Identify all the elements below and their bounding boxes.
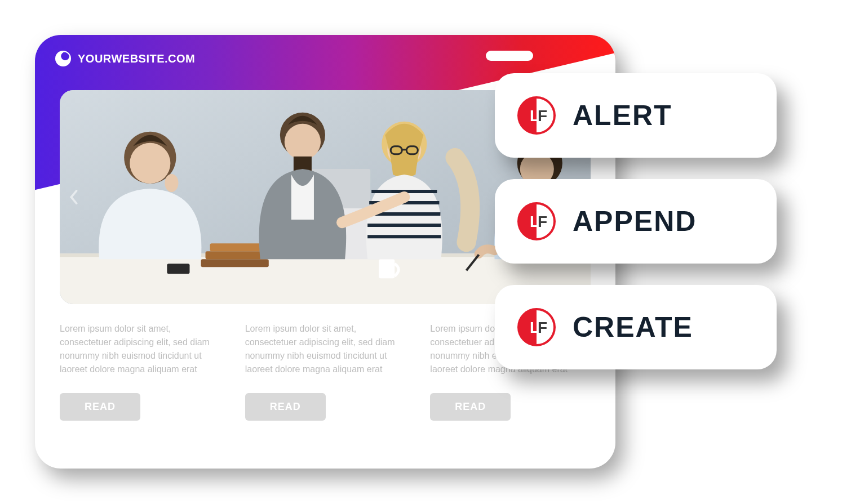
read-button[interactable]: READ [245,393,326,421]
svg-rect-7 [210,243,267,251]
lf-logo-icon: L F [517,96,556,135]
url-text: YOURWEBSITE.COM [78,52,195,65]
read-button[interactable]: READ [60,393,140,421]
card-2: Lorem ipsum dolor sit amet, consectetuer… [245,322,406,421]
svg-point-11 [165,174,178,192]
pill-label: ALERT [573,99,672,132]
card-text: Lorem ipsum dolor sit amet, consectetuer… [245,322,406,376]
card-text: Lorem ipsum dolor sit amet, consectetuer… [60,322,220,376]
svg-text:F: F [538,107,547,124]
pill-create[interactable]: L F CREATE [495,285,777,369]
pill-label: APPEND [573,205,697,238]
action-pills: L F ALERT L F APPEND L F CREATE [495,73,777,369]
globe-icon [55,51,71,66]
read-button[interactable]: READ [430,393,511,421]
svg-point-10 [130,143,170,184]
url-bar: YOURWEBSITE.COM [55,51,195,66]
lf-logo-icon: L F [517,308,556,346]
pill-append[interactable]: L F APPEND [495,179,777,264]
svg-text:F: F [538,319,547,336]
camera-notch [486,51,533,61]
svg-rect-6 [206,251,268,259]
svg-point-13 [285,124,321,160]
svg-text:F: F [538,213,547,230]
svg-rect-8 [167,264,189,274]
carousel-prev-icon[interactable] [67,190,81,204]
pill-alert[interactable]: L F ALERT [495,73,777,158]
svg-rect-5 [201,259,269,267]
card-1: Lorem ipsum dolor sit amet, consectetuer… [60,322,220,421]
svg-rect-4 [379,259,395,278]
lf-logo-icon: L F [517,202,556,240]
pill-label: CREATE [573,311,693,344]
